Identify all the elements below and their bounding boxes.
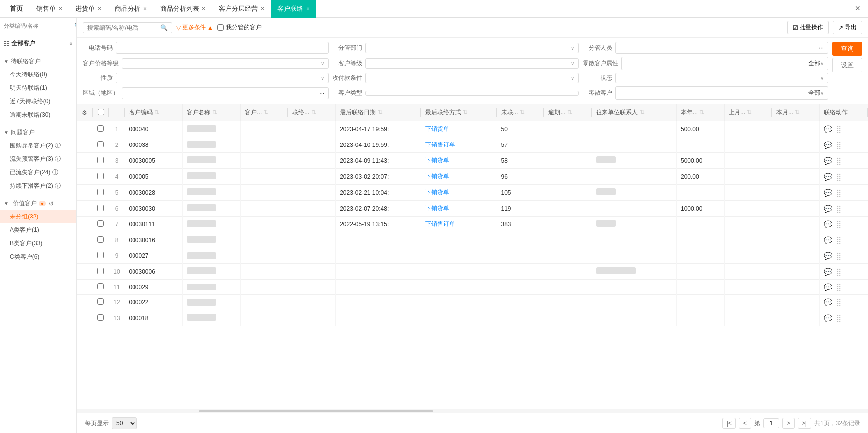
- first-page-button[interactable]: |<: [722, 418, 736, 429]
- row-last-type[interactable]: 下销货单: [421, 169, 497, 185]
- col-checkbox[interactable]: [93, 104, 109, 121]
- pending-section-title[interactable]: ▼ 待联络客户: [0, 55, 76, 68]
- query-button[interactable]: 查询: [832, 42, 862, 56]
- row-checkbox[interactable]: [93, 216, 109, 232]
- customer-level-select[interactable]: ∨: [365, 58, 578, 69]
- col-customer-code[interactable]: 客户编码 ⇅: [125, 104, 183, 121]
- tab-product-analysis-list[interactable]: 商品分析列表 ×: [154, 0, 212, 18]
- col-this-year[interactable]: 本年... ⇅: [677, 104, 725, 121]
- col-contact-person[interactable]: 往来单位联系人 ⇅: [592, 104, 677, 121]
- col-no-contact[interactable]: 未联... ⇅: [497, 104, 544, 121]
- row-checkbox[interactable]: [93, 264, 109, 280]
- price-level-select[interactable]: ∨: [122, 58, 329, 69]
- table-container[interactable]: ⚙ 客户编码 ⇅ 客户名称 ⇅ 客户... ⇅ 联络... ⇅ 最后联络日期 ⇅…: [77, 104, 868, 409]
- tab-purchase-close[interactable]: ×: [98, 5, 101, 12]
- col-contact[interactable]: 联络... ⇅: [288, 104, 336, 121]
- more-icon[interactable]: ⣿: [836, 125, 841, 133]
- row-last-type[interactable]: 下销货单: [421, 201, 497, 216]
- sidebar-item-today-pending[interactable]: 今天待联络(0): [0, 68, 76, 81]
- col-overdue[interactable]: 逾期... ⇅: [544, 104, 592, 121]
- tab-customer-segment-close[interactable]: ×: [261, 5, 264, 12]
- sidebar-item-hoard-abnormal[interactable]: 囤购异常客户(2) ⓘ: [0, 139, 76, 152]
- tab-purchase[interactable]: 进货单 ×: [69, 0, 108, 18]
- dept-select[interactable]: ∨: [365, 43, 578, 53]
- row-last-type[interactable]: 下销货单: [421, 185, 497, 201]
- tab-customer-contact[interactable]: 客户联络 ×: [271, 0, 316, 18]
- filter-more-conditions[interactable]: ▽ 更多条件 ▲: [176, 23, 213, 32]
- sidebar-item-class-a[interactable]: A类客户(1): [0, 223, 76, 237]
- filter-search-icon[interactable]: 🔍: [160, 24, 168, 31]
- row-checkbox[interactable]: [93, 310, 109, 326]
- sidebar-item-tomorrow-pending[interactable]: 明天待联络(1): [0, 81, 76, 95]
- chat-icon[interactable]: 💬: [824, 220, 832, 228]
- row-checkbox[interactable]: [93, 248, 109, 264]
- page-input[interactable]: [763, 418, 779, 428]
- row-checkbox[interactable]: [93, 295, 109, 310]
- more-icon[interactable]: ⣿: [836, 189, 841, 197]
- more-icon[interactable]: ⣿: [836, 236, 841, 244]
- row-last-type[interactable]: 下销售订单: [421, 137, 497, 153]
- chat-icon[interactable]: 💬: [824, 252, 832, 260]
- more-icon[interactable]: ⣿: [836, 157, 841, 165]
- tab-product-analysis-close[interactable]: ×: [143, 5, 147, 12]
- retail-attr-select[interactable]: 全部 ∨: [621, 57, 828, 70]
- chat-icon[interactable]: 💬: [824, 173, 832, 181]
- sidebar-item-churned[interactable]: 已流失客户(24) ⓘ: [0, 166, 76, 179]
- manager-select[interactable]: ···: [615, 42, 828, 54]
- col-last-contact-type[interactable]: 最后联络方式 ⇅: [421, 104, 497, 121]
- tab-sales[interactable]: 销售单 ×: [30, 0, 68, 18]
- chat-icon[interactable]: 💬: [824, 298, 832, 306]
- export-button[interactable]: ↗ 导出: [833, 21, 862, 34]
- tab-product-analysis-list-close[interactable]: ×: [202, 5, 205, 12]
- col-customer-name[interactable]: 客户名称 ⇅: [183, 104, 241, 121]
- region-select[interactable]: ···: [122, 87, 329, 99]
- payment-select[interactable]: ∨: [365, 73, 578, 83]
- tab-sales-close[interactable]: ×: [59, 5, 62, 12]
- filter-search-input[interactable]: [87, 24, 158, 31]
- row-checkbox[interactable]: [93, 121, 109, 137]
- col-settings[interactable]: ⚙: [77, 104, 93, 121]
- reset-button[interactable]: 设置: [832, 58, 862, 72]
- last-page-button[interactable]: >|: [798, 418, 811, 429]
- more-icon[interactable]: ⣿: [836, 268, 841, 276]
- my-customers-checkbox[interactable]: [217, 24, 224, 31]
- tab-home[interactable]: 首页: [4, 0, 29, 18]
- chat-icon[interactable]: 💬: [824, 157, 832, 165]
- value-section-title[interactable]: ▼ 价值客户 ● ↺: [0, 197, 76, 210]
- chat-icon[interactable]: 💬: [824, 268, 832, 276]
- col-customer-type[interactable]: 客户... ⇅: [241, 104, 288, 121]
- sidebar-item-week-pending[interactable]: 近7天待联络(0): [0, 95, 76, 108]
- more-icon[interactable]: ⣿: [836, 220, 841, 228]
- row-checkbox[interactable]: [93, 201, 109, 216]
- more-icon[interactable]: ⣿: [836, 205, 841, 213]
- horizontal-scrollbar[interactable]: [199, 410, 433, 412]
- refresh-icon[interactable]: ↺: [49, 200, 54, 207]
- chat-icon[interactable]: 💬: [824, 141, 832, 149]
- row-last-type[interactable]: 下销货单: [421, 121, 497, 137]
- chat-icon[interactable]: 💬: [824, 236, 832, 244]
- col-this-month[interactable]: 本月... ⇅: [772, 104, 819, 121]
- status-select[interactable]: ∨: [615, 73, 828, 83]
- more-icon[interactable]: ⣿: [836, 141, 841, 149]
- chat-icon[interactable]: 💬: [824, 314, 832, 322]
- select-all-checkbox[interactable]: [98, 109, 104, 115]
- row-last-type[interactable]: 下销货单: [421, 153, 497, 169]
- next-page-button[interactable]: >: [782, 418, 795, 429]
- row-checkbox[interactable]: [93, 137, 109, 153]
- sidebar-item-class-c[interactable]: C类客户(6): [0, 250, 76, 264]
- sidebar-item-churn-warning[interactable]: 流失预警客户(3) ⓘ: [0, 152, 76, 166]
- chat-icon[interactable]: 💬: [824, 189, 832, 197]
- batch-ops-button[interactable]: ☑ 批量操作: [787, 21, 829, 34]
- row-checkbox[interactable]: [93, 153, 109, 169]
- sidebar-item-declining[interactable]: 持续下滑客户(2) ⓘ: [0, 179, 76, 193]
- nature-select[interactable]: ∨: [116, 73, 329, 83]
- more-icon[interactable]: ⣿: [836, 283, 841, 291]
- col-last-month[interactable]: 上月... ⇅: [724, 104, 772, 121]
- retail-customer-select[interactable]: 全部 ∨: [615, 86, 828, 100]
- chat-icon[interactable]: 💬: [824, 205, 832, 213]
- problem-section-title[interactable]: ▼ 问题客户: [0, 126, 76, 139]
- row-checkbox[interactable]: [93, 185, 109, 201]
- chat-icon[interactable]: 💬: [824, 125, 832, 133]
- tab-customer-segment[interactable]: 客户分层经营 ×: [213, 0, 270, 18]
- sidebar-all-customers[interactable]: ☷ 全部客户 «: [0, 36, 76, 51]
